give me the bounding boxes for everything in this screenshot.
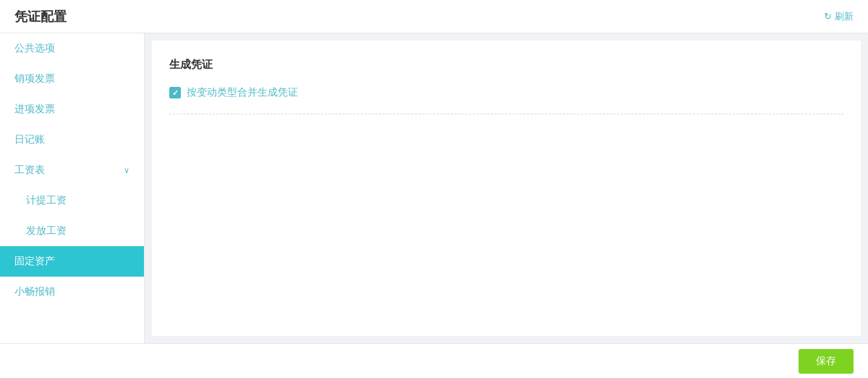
- save-button[interactable]: 保存: [799, 349, 854, 374]
- sidebar-item-label: 销项发票: [14, 72, 55, 85]
- refresh-button[interactable]: ↻ 刷新: [824, 10, 854, 23]
- sidebar-item-purchase-invoice[interactable]: 进项发票: [0, 94, 144, 125]
- sidebar-item-label: 公共选项: [14, 42, 55, 55]
- page-header: 凭证配置 ↻ 刷新: [0, 0, 868, 33]
- sidebar-item-label: 小畅报销: [14, 285, 55, 298]
- sidebar-item-sales-invoice[interactable]: 销项发票: [0, 64, 144, 94]
- sidebar-item-label: 发放工资: [26, 224, 67, 238]
- chevron-down-icon: ∨: [124, 166, 129, 175]
- section-title: 生成凭证: [169, 58, 843, 72]
- content-area: 生成凭证 按变动类型合并生成凭证: [152, 41, 861, 336]
- main-container: 公共选项销项发票进项发票日记账工资表∨计提工资发放工资固定资产小畅报销 生成凭证…: [0, 33, 868, 343]
- merge-checkbox[interactable]: [169, 87, 181, 98]
- sidebar-item-label: 日记账: [14, 133, 45, 146]
- checkbox-label: 按变动类型合并生成凭证: [187, 86, 298, 99]
- sidebar: 公共选项销项发票进项发票日记账工资表∨计提工资发放工资固定资产小畅报销: [0, 33, 145, 343]
- page-footer: 保存: [0, 343, 868, 378]
- sidebar-item-release-payroll[interactable]: 发放工资: [0, 216, 144, 246]
- sidebar-item-fixed-assets[interactable]: 固定资产: [0, 246, 144, 277]
- page-title: 凭证配置: [14, 8, 67, 25]
- sidebar-item-payroll-table[interactable]: 工资表∨: [0, 155, 144, 185]
- refresh-icon: ↻: [824, 11, 832, 22]
- refresh-label: 刷新: [835, 10, 854, 23]
- section-divider: [169, 114, 843, 114]
- sidebar-item-advance-payroll[interactable]: 计提工资: [0, 185, 144, 216]
- sidebar-item-label: 进项发票: [14, 103, 55, 116]
- sidebar-item-label: 固定资产: [14, 255, 55, 268]
- checkbox-row: 按变动类型合并生成凭证: [169, 86, 843, 99]
- sidebar-item-journal[interactable]: 日记账: [0, 125, 144, 155]
- sidebar-item-public-options[interactable]: 公共选项: [0, 33, 144, 64]
- sidebar-item-label: 工资表: [14, 164, 45, 177]
- sidebar-item-expense-claim[interactable]: 小畅报销: [0, 277, 144, 307]
- sidebar-item-label: 计提工资: [26, 194, 67, 207]
